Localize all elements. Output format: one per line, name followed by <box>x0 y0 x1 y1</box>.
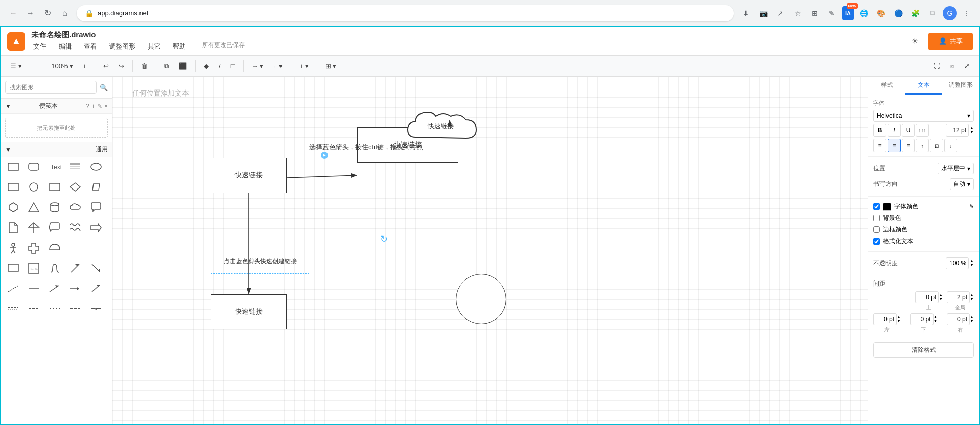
align-center-button[interactable]: ≡ <box>888 139 901 152</box>
font-size-input[interactable] <box>946 124 969 137</box>
grid-icon[interactable]: ⊞ <box>808 6 822 20</box>
shape-arrow-small3[interactable] <box>88 280 104 297</box>
underline-button[interactable]: U <box>902 124 915 137</box>
add-action[interactable]: + <box>91 103 95 110</box>
tab-adjust[interactable]: 调整图形 <box>942 77 979 95</box>
opacity-input[interactable] <box>946 257 969 269</box>
italic-button[interactable]: I <box>888 124 901 137</box>
shape-rect-small[interactable] <box>5 260 21 276</box>
shape-semicircle[interactable] <box>46 240 63 256</box>
shape-ellipse[interactable] <box>88 159 104 175</box>
more-icon[interactable]: ⋮ <box>960 6 974 20</box>
paste-button[interactable]: ⬛ <box>175 59 191 74</box>
shape-s-curve[interactable] <box>46 260 63 276</box>
shape-arrow-right[interactable] <box>88 220 104 236</box>
table-button[interactable]: ⊞ ▾ <box>321 59 341 74</box>
extension5-icon[interactable]: 🧩 <box>908 6 922 20</box>
waypoint-button[interactable]: ⌐ ▾ <box>269 59 287 74</box>
fullscreen-button[interactable]: ⛶ <box>929 59 944 74</box>
line-color-button[interactable]: / <box>215 59 225 74</box>
shape-arrow-diag2[interactable] <box>88 260 104 276</box>
search-input[interactable] <box>5 81 97 94</box>
valign-bottom-button[interactable]: ↓ <box>944 139 957 152</box>
shape-dashed4[interactable] <box>46 301 63 317</box>
share-icon[interactable]: ↗ <box>773 6 787 20</box>
shape-arrow-small1[interactable] <box>46 280 63 297</box>
spacing-global-input[interactable] <box>947 291 970 303</box>
diagram-box3[interactable]: 快速链接 <box>211 294 287 329</box>
profile-icon[interactable]: G <box>943 6 957 20</box>
spacing-global-down[interactable]: ▼ <box>970 297 974 301</box>
address-bar[interactable]: 🔒 app.diagrams.net <box>77 5 734 21</box>
border-color-checkbox[interactable] <box>873 226 880 233</box>
bold-button[interactable]: B <box>873 124 886 137</box>
extension2-icon[interactable]: 🌐 <box>857 6 871 20</box>
insert-button[interactable]: + ▾ <box>295 59 312 74</box>
shape-triangle2[interactable] <box>26 220 42 236</box>
screenshot-icon[interactable]: 📷 <box>756 6 770 20</box>
menu-edit[interactable]: 编辑 <box>57 41 74 52</box>
spacing-top-down[interactable]: ▼ <box>939 297 943 301</box>
valign-top-button[interactable]: ↑ <box>916 139 929 152</box>
settings-button[interactable]: ☀ <box>907 34 922 49</box>
shape-circle[interactable] <box>26 179 42 196</box>
share-button[interactable]: 👤 共享 <box>928 33 973 50</box>
bookmark-icon[interactable]: ☆ <box>790 6 805 20</box>
edit-action[interactable]: ✎ <box>97 103 102 110</box>
shape-line1[interactable] <box>26 280 42 297</box>
delete-button[interactable]: 🗑 <box>137 59 152 74</box>
bg-color-checkbox[interactable] <box>873 215 880 221</box>
extension4-icon[interactable]: 🔵 <box>891 6 905 20</box>
font-size-down[interactable]: ▼ <box>970 130 974 134</box>
shape-arrow-diag1[interactable] <box>67 260 83 276</box>
font-color-edit-icon[interactable]: ✎ <box>969 203 974 210</box>
tab-style[interactable]: 样式 <box>868 77 905 95</box>
superscript-button[interactable]: ↑↑↑ <box>916 124 929 137</box>
shape-outline-button[interactable]: □ <box>227 59 239 74</box>
spacing-bottom-down[interactable]: ▼ <box>934 319 938 323</box>
shape-speech-bubble[interactable] <box>88 200 104 216</box>
copy-button[interactable]: ⧉ <box>160 59 173 74</box>
shape-diamond[interactable] <box>67 179 83 196</box>
shape-dashed3[interactable] <box>26 301 42 317</box>
shape-page[interactable] <box>5 220 21 236</box>
zoom-level-button[interactable]: 100% ▾ <box>47 59 77 74</box>
menu-file[interactable]: 文件 <box>31 41 49 52</box>
tab-text[interactable]: 文本 <box>905 77 942 95</box>
shape-heading[interactable] <box>67 159 83 175</box>
refresh-icon[interactable]: ↻ <box>380 233 388 245</box>
shape-speech2[interactable] <box>46 220 63 236</box>
font-selector[interactable]: Helvetica ▾ <box>873 110 974 122</box>
sidebar-toggle-button[interactable]: ☰ ▾ <box>6 59 26 74</box>
forward-button[interactable]: → <box>23 6 37 20</box>
shape-person[interactable] <box>5 240 21 256</box>
menu-view[interactable]: 查看 <box>82 41 99 52</box>
pen-icon[interactable]: ✎ <box>825 6 839 20</box>
shape-dashed1[interactable] <box>5 280 21 297</box>
spacing-top-input[interactable] <box>915 291 939 303</box>
spacing-left-input[interactable] <box>873 313 897 325</box>
shape-rect3[interactable] <box>46 179 63 196</box>
writing-direction-select[interactable]: 自动 ▾ <box>950 178 974 190</box>
window-icon[interactable]: ⧉ <box>925 6 940 20</box>
valign-middle-button[interactable]: ⊡ <box>930 139 943 152</box>
close-action[interactable]: × <box>104 103 108 110</box>
canvas-area[interactable]: 任何位置添加文本 快速链接 快速链接 快速链接 <box>112 77 868 424</box>
help-action[interactable]: ? <box>86 103 89 110</box>
shape-dashed5[interactable] <box>67 301 83 317</box>
position-select[interactable]: 水平层中 ▾ <box>938 163 974 174</box>
opacity-down[interactable]: ▼ <box>970 263 974 267</box>
shape-rounded-rect[interactable] <box>26 159 42 175</box>
shape-triangle[interactable] <box>26 200 42 216</box>
align-right-button[interactable]: ≡ <box>902 139 915 152</box>
notepad-section-header[interactable]: ▼ 便笺本 ? + ✎ × <box>1 99 112 114</box>
spacing-right-down[interactable]: ▼ <box>970 319 974 323</box>
zoom-in-button[interactable]: + <box>78 59 90 74</box>
back-button[interactable]: ← <box>6 6 20 20</box>
download-icon[interactable]: ⬇ <box>739 6 753 20</box>
redo-button[interactable]: ↪ <box>115 59 128 74</box>
shape-rect[interactable] <box>5 159 21 175</box>
reload-button[interactable]: ↻ <box>40 6 55 20</box>
shape-rect2[interactable] <box>5 179 21 196</box>
zoom-out-button[interactable]: − <box>34 59 46 74</box>
